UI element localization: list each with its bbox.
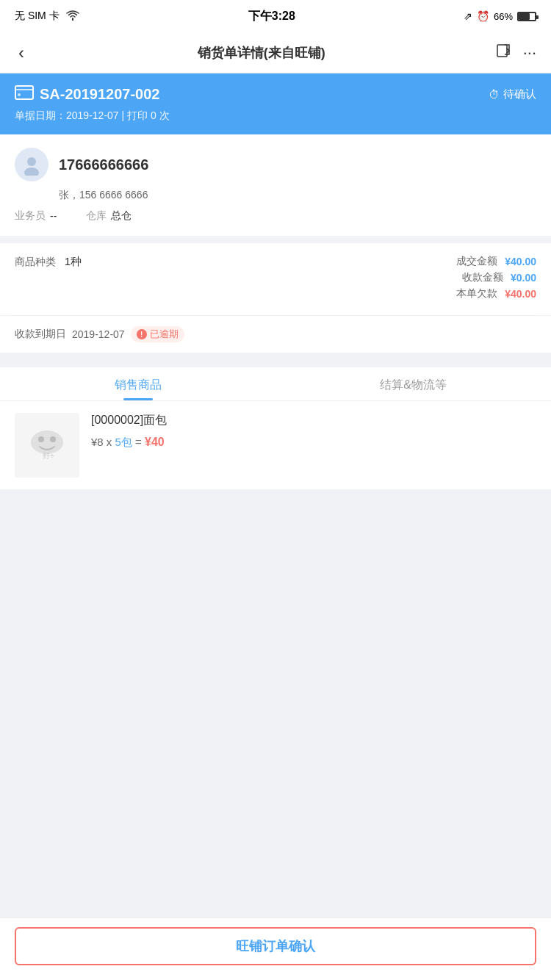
price-equals: = [132, 436, 145, 448]
product-info: [0000002]面包 ¥8 x 5包 = ¥40 [91, 413, 536, 450]
svg-point-6 [38, 436, 44, 442]
svg-rect-1 [15, 86, 33, 99]
customer-phone: 17666666666 [59, 156, 148, 173]
customer-section: 17666666666 张，156 6666 6666 业务员 -- 仓库 总仓 [0, 134, 551, 236]
received-value: ¥0.00 [511, 272, 536, 284]
product-name: [0000002]面包 [91, 413, 536, 428]
battery-icon [517, 12, 536, 21]
order-header: SA-20191207-002 ⏱ 待确认 单据日期：2019-12-07 | … [0, 73, 551, 134]
alarm-icon: ⏰ [477, 10, 489, 22]
product-item: 野+ [0000002]面包 ¥8 x 5包 = ¥40 [0, 401, 551, 489]
product-title: 面包 [143, 414, 167, 426]
received-row: 收款金额 ¥0.00 [456, 271, 536, 284]
price-qty: 5包 [115, 436, 132, 448]
battery-text: 66% [494, 11, 513, 22]
amount-label: 成交金额 [456, 255, 497, 268]
product-image: 野+ [15, 413, 79, 478]
svg-point-2 [18, 93, 21, 96]
svg-text:野+: 野+ [43, 452, 54, 459]
due-section: 收款到期日 2019-12-07 ! 已逾期 [0, 316, 551, 353]
confirm-order-button[interactable]: 旺铺订单确认 [15, 927, 536, 965]
customer-meta: 业务员 -- 仓库 总仓 [15, 209, 536, 223]
overdue-badge: ! 已逾期 [131, 326, 184, 342]
order-id: SA-20191207-002 [15, 85, 159, 104]
debt-value: ¥40.00 [505, 288, 536, 300]
carrier-text: 无 SIM 卡 [15, 10, 60, 23]
empty-content-area [0, 489, 551, 680]
debt-label: 本单欠款 [456, 287, 497, 300]
tabs: 销售商品 结算&物流等 [0, 367, 551, 401]
warehouse-value: 总仓 [111, 209, 132, 223]
debt-row: 本单欠款 ¥40.00 [456, 287, 536, 300]
amount-row: 成交金额 ¥40.00 [456, 255, 536, 268]
more-button[interactable]: ··· [523, 43, 536, 62]
status-time: 下午3:28 [248, 9, 295, 24]
product-logo: 野+ [25, 426, 69, 465]
share-button[interactable] [495, 43, 511, 62]
svg-point-4 [24, 167, 39, 176]
location-icon: ⇗ [464, 10, 472, 22]
overdue-text: 已逾期 [150, 328, 179, 341]
due-date: 2019-12-07 [72, 328, 125, 340]
svg-point-7 [50, 436, 56, 442]
tab-sales-products[interactable]: 销售商品 [0, 367, 276, 400]
order-status: ⏱ 待确认 [489, 87, 536, 101]
sales-value: -- [50, 210, 57, 222]
status-bar: 无 SIM 卡 下午3:28 ⇗ ⏰ 66% [0, 0, 551, 32]
warehouse-label: 仓库 [86, 209, 107, 223]
amounts: 成交金额 ¥40.00 收款金额 ¥0.00 本单欠款 ¥40.00 [456, 255, 536, 303]
sales-label: 业务员 [15, 209, 46, 223]
page-title: 销货单详情(来自旺铺) [198, 44, 325, 62]
product-type-value: 1种 [65, 255, 82, 267]
order-icon [15, 85, 34, 104]
product-type: 商品种类 1种 [15, 255, 82, 269]
received-label: 收款金额 [462, 271, 503, 284]
nav-actions: ··· [495, 43, 536, 62]
amount-value: ¥40.00 [505, 256, 536, 267]
product-code: [0000002] [91, 414, 143, 426]
product-price-line: ¥8 x 5包 = ¥40 [91, 436, 536, 450]
svg-point-5 [31, 430, 63, 454]
summary-section: 商品种类 1种 成交金额 ¥40.00 收款金额 ¥0.00 本单欠款 ¥40.… [0, 243, 551, 315]
warehouse-meta: 仓库 总仓 [86, 209, 132, 223]
price-total: ¥40 [145, 436, 165, 448]
nav-bar: ‹ 销货单详情(来自旺铺) ··· [0, 32, 551, 73]
order-date: 单据日期：2019-12-07 | 打印 0 次 [15, 109, 536, 123]
wifi-icon [65, 10, 80, 23]
status-left: 无 SIM 卡 [15, 10, 80, 23]
svg-point-3 [27, 157, 36, 166]
due-label: 收款到期日 [15, 328, 66, 341]
overdue-icon: ! [137, 329, 147, 339]
customer-name: 张，156 6666 6666 [15, 189, 536, 202]
section-divider-2 [0, 353, 551, 360]
status-right: ⇗ ⏰ 66% [464, 10, 536, 22]
sales-meta: 业务员 -- [15, 209, 57, 223]
price-base: ¥8 x [91, 436, 115, 448]
section-divider-1 [0, 236, 551, 243]
bottom-bar: 旺铺订单确认 [0, 918, 551, 980]
status-clock-icon: ⏱ [489, 88, 500, 101]
back-button[interactable]: ‹ [15, 39, 28, 67]
product-type-label: 商品种类 [15, 256, 56, 267]
tab-settlement-logistics[interactable]: 结算&物流等 [276, 367, 551, 400]
customer-avatar [15, 148, 48, 181]
